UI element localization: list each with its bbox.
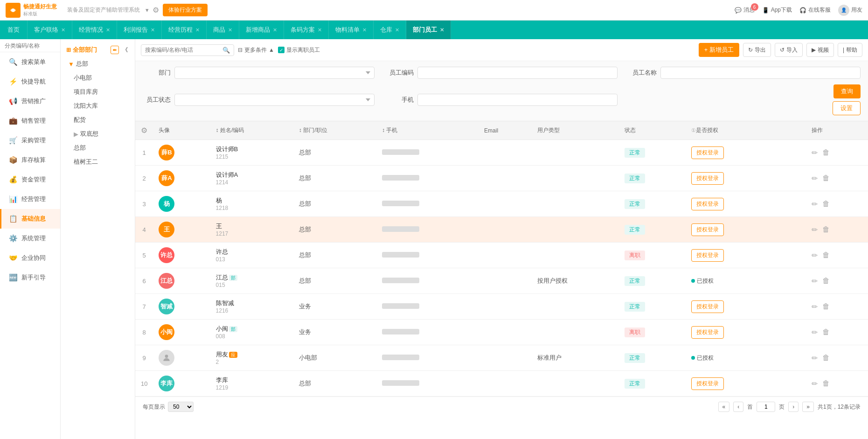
more-filter-button[interactable]: ⊟ 更多条件 ▲ [238, 46, 274, 54]
nav-tab-新增商品[interactable]: 新增商品✕ [239, 21, 284, 39]
dept-node-shenyang[interactable]: 沈阳大库 [61, 99, 135, 113]
sidebar-item-guide[interactable]: 🆕新手引导 [0, 268, 60, 287]
view-button[interactable]: ▶ 视频 [806, 43, 834, 57]
close-tab-icon[interactable]: ✕ [362, 27, 367, 33]
close-tab-icon[interactable]: ✕ [151, 27, 155, 33]
emp-code-input[interactable] [417, 67, 618, 79]
delete-icon[interactable]: 🗑 [822, 328, 830, 337]
close-tab-icon[interactable]: ✕ [228, 27, 232, 33]
app-download-item[interactable]: 📱 App下载 [762, 6, 792, 14]
nav-tab-利润报告[interactable]: 利润报告✕ [117, 21, 162, 39]
edit-icon[interactable]: ✏ [812, 200, 818, 209]
page-input[interactable] [757, 402, 775, 412]
edit-icon[interactable]: ✏ [812, 148, 818, 157]
auth-login-button[interactable]: 授权登录 [691, 198, 724, 210]
dept-node-xiangmu[interactable]: 项目库房 [61, 85, 135, 99]
search-icon[interactable]: 🔍 [222, 47, 230, 54]
search-input[interactable] [145, 47, 221, 53]
auth-login-button[interactable]: 授权登录 [691, 223, 724, 236]
add-employee-button[interactable]: + 新增员工 [699, 43, 739, 57]
auth-login-button[interactable]: 授权登录 [691, 300, 724, 313]
sidebar-item-marketing[interactable]: 📢营销推广 [0, 91, 60, 111]
nav-tab-经营情况[interactable]: 经营情况✕ [72, 21, 117, 39]
gear-icon[interactable]: ⚙ [153, 6, 159, 14]
online-service-item[interactable]: 🎧 在线客服 [799, 6, 831, 14]
sidebar-item-quick-nav[interactable]: ⚡快捷导航 [0, 72, 60, 91]
sidebar-item-system[interactable]: ⚙️系统管理 [0, 229, 60, 248]
sidebar-item-basic-info[interactable]: 📋基础信息 [0, 209, 60, 229]
dept-node-shuangdi[interactable]: ▶ 双底想 [61, 127, 135, 141]
delete-icon[interactable]: 🗑 [822, 148, 830, 157]
close-tab-icon[interactable]: ✕ [106, 27, 110, 33]
sidebar-item-search-menu[interactable]: 🔍搜索菜单 [0, 52, 60, 72]
emp-status-select[interactable] [174, 94, 375, 106]
col-dept[interactable]: ↕ 部门/职位 [293, 121, 376, 140]
user-item[interactable]: 👤 用友 [838, 5, 862, 16]
nav-tab-经营历程[interactable]: 经营历程✕ [162, 21, 207, 39]
col-phone[interactable]: ↕ 手机 [376, 121, 479, 140]
close-tab-icon[interactable]: ✕ [440, 27, 444, 33]
import-button[interactable]: ↺ 导入 [775, 43, 803, 57]
delete-icon[interactable]: 🗑 [822, 354, 830, 362]
edit-icon[interactable]: ✏ [812, 302, 818, 311]
sidebar-item-finance[interactable]: 💰资金管理 [0, 170, 60, 189]
help-button[interactable]: | 帮助 [838, 43, 862, 57]
query-button[interactable]: 查询 [833, 84, 861, 98]
dept-add-icon[interactable]: ✏ [111, 46, 119, 54]
edit-icon[interactable]: ✏ [812, 251, 818, 260]
message-item[interactable]: 💬 消息 6 [735, 6, 755, 14]
nav-tab-客户联络[interactable]: 客户联络✕ [28, 21, 72, 39]
dept-tree-header[interactable]: ⊞ 全部部门 ✏ 《 [61, 43, 135, 57]
last-page-button[interactable]: » [802, 402, 814, 412]
close-tab-icon[interactable]: ✕ [395, 27, 399, 33]
auth-login-button[interactable]: 授权登录 [691, 172, 724, 185]
sidebar-item-sales[interactable]: 💼销售管理 [0, 111, 60, 131]
edit-icon[interactable]: ✏ [812, 328, 818, 337]
nav-tab-条码方案[interactable]: 条码方案✕ [284, 21, 329, 39]
nav-tab-仓库[interactable]: 仓库✕ [374, 21, 406, 39]
delete-icon[interactable]: 🗑 [822, 174, 830, 183]
delete-icon[interactable]: 🗑 [822, 251, 830, 260]
sidebar-item-stock[interactable]: 📦库存核算 [0, 150, 60, 170]
dept-collapse-icon[interactable]: 《 [121, 46, 129, 54]
col-name[interactable]: ↕ 姓名/编码 [210, 121, 293, 140]
delete-icon[interactable]: 🗑 [822, 277, 830, 286]
settings-icon[interactable]: ⚙ [141, 126, 147, 134]
edit-icon[interactable]: ✏ [812, 174, 818, 183]
sidebar-item-purchase[interactable]: 🛒采购管理 [0, 131, 60, 150]
edit-icon[interactable]: ✏ [812, 277, 818, 286]
dept-node-peihuo[interactable]: 配货 [61, 113, 135, 127]
next-page-button[interactable]: › [788, 402, 799, 412]
auth-login-button[interactable]: 授权登录 [691, 249, 724, 262]
first-page-button[interactable]: « [718, 402, 730, 412]
close-tab-icon[interactable]: ✕ [195, 27, 200, 33]
delete-icon[interactable]: 🗑 [822, 200, 830, 209]
dept-node-zongbu-sub[interactable]: 总部 [61, 141, 135, 155]
dept-node-xiaodian[interactable]: 小电部 [61, 71, 135, 85]
edit-icon[interactable]: ✏ [812, 379, 818, 388]
delete-icon[interactable]: 🗑 [822, 302, 830, 311]
trial-button[interactable]: 体验行业方案 [163, 4, 208, 16]
nav-tab-首页[interactable]: 首页 [0, 21, 28, 39]
edit-icon[interactable]: ✏ [812, 225, 818, 234]
show-inactive-wrap[interactable]: ✓ 显示离职员工 [278, 46, 320, 54]
auth-login-button[interactable]: 授权登录 [691, 326, 724, 339]
delete-icon[interactable]: 🗑 [822, 225, 830, 234]
nav-tab-商品[interactable]: 商品✕ [207, 21, 239, 39]
page-size-select[interactable]: 50 100 200 [168, 402, 194, 412]
set-button[interactable]: 设置 [833, 101, 861, 115]
dept-filter-select[interactable] [174, 67, 375, 79]
close-tab-icon[interactable]: ✕ [273, 27, 277, 33]
nav-tab-物料清单[interactable]: 物料清单✕ [329, 21, 374, 39]
nav-tab-部门员工[interactable]: 部门员工✕ [406, 21, 451, 39]
close-tab-icon[interactable]: ✕ [61, 27, 65, 33]
edit-icon[interactable]: ✏ [812, 354, 818, 362]
sidebar-item-cooperation[interactable]: 🤝企业协同 [0, 248, 60, 268]
dept-node-zhishu[interactable]: 植树王二 [61, 155, 135, 169]
dept-node-zongbu-parent[interactable]: ▼ 总部 [61, 57, 135, 71]
auth-login-button[interactable]: 授权登录 [691, 146, 724, 159]
export-button[interactable]: ↻ 导出 [743, 43, 771, 57]
phone-input[interactable] [417, 94, 618, 106]
sidebar-item-operations[interactable]: 📊经营管理 [0, 189, 60, 209]
close-tab-icon[interactable]: ✕ [318, 27, 322, 33]
